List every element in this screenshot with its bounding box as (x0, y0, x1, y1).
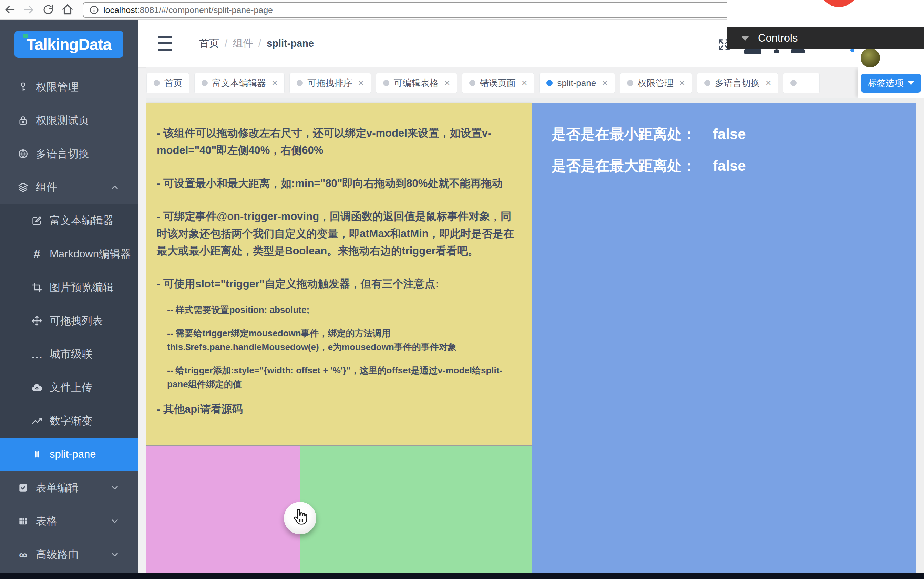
sidebar-item-markdown-editor[interactable]: # Markdown编辑器 (0, 237, 138, 271)
screen: localhost:8081/#/component/split-pane-pa… (0, 0, 924, 579)
info-icon (89, 5, 99, 15)
status-value: false (713, 126, 746, 142)
crop-icon (30, 281, 43, 293)
hidden-header-icon (791, 49, 805, 53)
sidebar-item-advanced-router[interactable]: ∞ 高级路由 (0, 538, 138, 571)
sidebar-scroll-strip (138, 67, 146, 574)
tab-options-button[interactable]: 标签选项 (861, 74, 921, 93)
sidebar-item-permission-test[interactable]: 权限测试页 (0, 104, 138, 137)
tab-label: split-pane (557, 78, 596, 88)
tab-label: 首页 (164, 77, 182, 89)
tab-home[interactable]: 首页 (146, 73, 189, 93)
tab-clipped[interactable] (783, 73, 820, 93)
sidebar-item-label: 城市级联 (49, 347, 92, 361)
close-icon[interactable]: × (522, 78, 527, 88)
forward-arrow-icon (22, 3, 36, 16)
sidebar-item-label: 富文本编辑器 (49, 213, 114, 228)
close-icon[interactable]: × (679, 78, 685, 88)
back-arrow-icon (3, 3, 16, 16)
checkbox-icon (16, 482, 30, 493)
status-at-min: 是否是在最小距离处：false (551, 124, 916, 144)
tab-label: 错误页面 (480, 77, 516, 89)
move-icon (30, 315, 43, 327)
close-icon[interactable]: × (765, 78, 771, 88)
note-line: - 可绑定事件@on-trigger-moving，回调函数的返回值是鼠标事件对… (157, 208, 514, 260)
split-pane-bottom-left (146, 447, 300, 574)
dropdown-arrow-icon (908, 81, 914, 85)
url-host: localhost (103, 5, 138, 15)
tab-dot-icon (627, 80, 633, 86)
app-logo[interactable]: TalkingData (15, 31, 123, 58)
note-line: - 可设置最小和最大距离，如:min="80"即向右拖动到80%处就不能再拖动 (157, 175, 514, 192)
sidebar-item-table[interactable]: 表格 (0, 504, 138, 538)
split-pane-trigger[interactable] (284, 502, 316, 534)
sidebar-item-label: 图片预览编辑 (49, 280, 114, 294)
breadcrumb-components[interactable]: 组件 (233, 36, 253, 50)
sidebar-item-label: Markdown编辑器 (49, 247, 131, 261)
sidebar-item-number-gradient[interactable]: 数字渐变 (0, 404, 138, 438)
infinity-icon: ∞ (16, 549, 30, 560)
sidebar-item-city-cascade[interactable]: … 城市级联 (0, 337, 138, 371)
recorder-controls-bar[interactable]: Controls (727, 27, 924, 49)
tab-draggable-sort[interactable]: 可拖拽排序 × (289, 73, 371, 93)
cloud-upload-icon (30, 381, 43, 394)
content-scroll-strip (916, 98, 924, 574)
close-icon[interactable]: × (602, 78, 607, 88)
tab-rich-text-editor[interactable]: 富文本编辑器 × (194, 73, 285, 93)
breadcrumb: 首页 / 组件 / split-pane (199, 19, 314, 67)
close-icon[interactable]: × (272, 78, 277, 88)
status-at-max: 是否是在最大距离处：false (551, 156, 916, 175)
breadcrumb-separator: / (258, 38, 261, 49)
sidebar-item-rich-text-editor[interactable]: 富文本编辑器 (0, 204, 138, 237)
note-subline: -- 需要给trigger绑定mousedown事件，绑定的方法调用this.$… (167, 326, 514, 354)
status-value: false (713, 158, 746, 174)
tab-label: 富文本编辑器 (212, 77, 266, 89)
sidebar-item-draggable-list[interactable]: 可拖拽列表 (0, 304, 138, 337)
edit-icon (30, 215, 43, 226)
split-pane-bottom-right (300, 447, 532, 574)
sidebar-item-components[interactable]: 组件 (0, 170, 138, 204)
hidden-header-icon (744, 49, 762, 54)
sidebar: TalkingData 权限管理 权限测试页 多语言切换 组件 (0, 19, 138, 574)
sidebar-item-image-editor[interactable]: 图片预览编辑 (0, 271, 138, 304)
hash-icon: # (30, 248, 43, 260)
forward-button[interactable] (19, 0, 39, 19)
close-icon[interactable]: × (445, 78, 450, 88)
note-line: - 可使用slot="trigger"自定义拖动触发器，但有三个注意点: (157, 275, 514, 293)
sidebar-item-i18n[interactable]: 多语言切换 (0, 137, 138, 170)
hidden-header-icon (774, 49, 779, 53)
breadcrumb-current: split-pane (267, 38, 314, 49)
desktop-edge (0, 574, 924, 579)
record-button-icon[interactable] (818, 0, 860, 7)
tab-dot-icon (547, 80, 553, 86)
menu-toggle-button[interactable] (158, 36, 172, 51)
home-icon (61, 3, 74, 16)
note-subline: -- 样式需要设置position: absolute; (167, 303, 514, 317)
avatar[interactable] (861, 48, 880, 67)
hand-cursor-icon (292, 509, 308, 527)
tab-i18n[interactable]: 多语言切换 × (697, 73, 778, 93)
home-button[interactable] (58, 0, 77, 19)
reload-button[interactable] (39, 0, 58, 19)
tab-options-panel: 标签选项 (858, 67, 924, 98)
key-icon (16, 81, 30, 93)
collapse-arrow-icon (742, 36, 749, 41)
tab-label: 可编辑表格 (394, 77, 438, 89)
tab-split-pane[interactable]: split-pane × (539, 73, 615, 93)
status-label: 是否是在最大距离处： (551, 158, 696, 174)
sidebar-item-form-edit[interactable]: 表单编辑 (0, 471, 138, 504)
sidebar-item-label: 表格 (36, 514, 57, 528)
split-pane-demo: - 该组件可以拖动修改左右尺寸，还可以绑定v-model来设置，如设置v-mod… (146, 103, 916, 574)
split-pane-top-left: - 该组件可以拖动修改左右尺寸，还可以绑定v-model来设置，如设置v-mod… (146, 103, 532, 445)
breadcrumb-home[interactable]: 首页 (199, 36, 219, 50)
tab-error-page[interactable]: 错误页面 × (462, 73, 534, 93)
tab-permission-admin[interactable]: 权限管理 × (620, 73, 692, 93)
tab-editable-table[interactable]: 可编辑表格 × (376, 73, 457, 93)
sidebar-item-split-pane[interactable]: split-pane (0, 438, 138, 471)
sidebar-item-file-upload[interactable]: 文件上传 (0, 371, 138, 404)
close-icon[interactable]: × (358, 78, 363, 88)
controls-label: Controls (758, 32, 798, 44)
back-button[interactable] (0, 0, 19, 19)
status-label: 是否是在最小距离处： (551, 126, 696, 142)
sidebar-item-permission-admin[interactable]: 权限管理 (0, 70, 138, 104)
